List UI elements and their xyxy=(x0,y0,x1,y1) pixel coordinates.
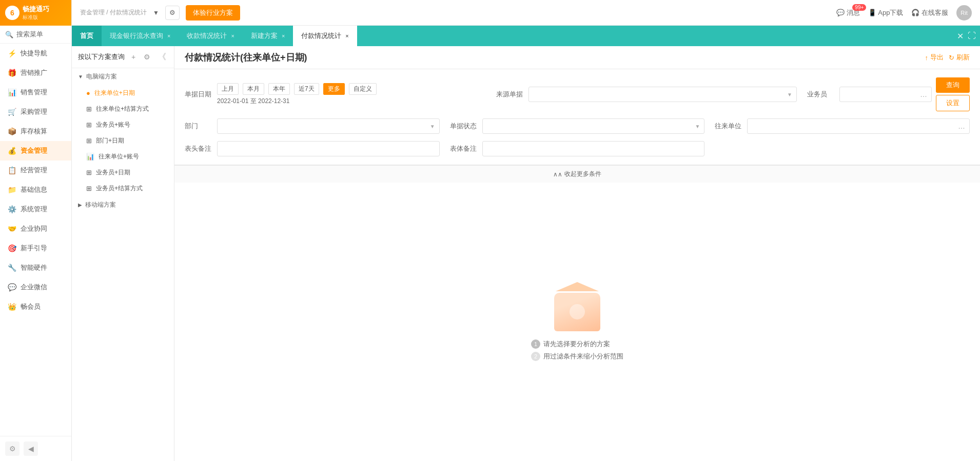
settings-btn[interactable]: ⚙ xyxy=(5,442,19,456)
topbar-dropdown[interactable]: ▼ xyxy=(153,9,159,16)
partner-dots-icon: … xyxy=(958,122,965,130)
doc-status-input[interactable]: ▼ xyxy=(482,118,705,134)
user-avatar[interactable]: Rit xyxy=(956,5,972,21)
tab-receipt-close[interactable]: × xyxy=(231,33,234,39)
body-note-input[interactable] xyxy=(482,141,705,156)
logo-icon: 6 xyxy=(5,6,19,20)
tab-new-scheme-close[interactable]: × xyxy=(282,33,285,39)
message-badge[interactable]: 💬 消息 99+ xyxy=(836,8,860,17)
scheme-item-unit-account[interactable]: 📊 往来单位+账号 xyxy=(72,149,174,165)
scheme-item-staff-date[interactable]: ⊞ 业务员+日期 xyxy=(72,165,174,181)
query-btn[interactable]: 查询 xyxy=(936,77,970,93)
step2-icon: 2 xyxy=(531,352,540,361)
tab-new-scheme[interactable]: 新建方案 × xyxy=(243,26,293,46)
source-input[interactable]: ▼ xyxy=(528,87,797,102)
tab-bank[interactable]: 现金银行流水查询 × xyxy=(102,26,179,46)
sidebar-item-label: 新手引导 xyxy=(21,244,47,253)
scheme-item-unit-settle[interactable]: ⊞ 往来单位+结算方式 xyxy=(72,101,174,117)
online-service[interactable]: 🎧 在线客服 xyxy=(911,8,948,17)
scheme-setting-btn[interactable]: ⚙ xyxy=(141,51,152,63)
dept-input[interactable]: ▼ xyxy=(217,118,440,134)
collapse-filter-btn[interactable]: ∧∧ 收起更多条件 xyxy=(174,165,980,183)
doc-status-filter: 单据状态 ▼ xyxy=(450,118,705,134)
scheme-item-staff-account[interactable]: ⊞ 业务员+账号 xyxy=(72,117,174,133)
pc-group-title[interactable]: ▼ 电脑端方案 xyxy=(72,68,174,85)
header-note-input[interactable] xyxy=(217,141,440,156)
expand-icon[interactable]: ⛶ xyxy=(968,31,976,41)
staff-input[interactable]: … xyxy=(839,87,932,102)
tab-home[interactable]: 首页 xyxy=(72,26,102,46)
main-area: 资金管理 / 付款情况统计 ▼ ⚙ 体验行业方案 💬 消息 99+ 📱 App下… xyxy=(72,0,980,461)
page-content: 按以下方案查询 + ⚙ 《 ▼ 电脑端方案 ● 往来单位+日期 xyxy=(72,46,980,461)
search-label: 搜索菜单 xyxy=(16,30,43,39)
sidebar-item-label: 库存核算 xyxy=(21,127,47,136)
tab-payment-stats-close[interactable]: × xyxy=(345,33,348,39)
refresh-btn[interactable]: ↻ 刷新 xyxy=(949,53,970,62)
scheme-list: ● 往来单位+日期 ⊞ 往来单位+结算方式 ⊞ 业务员+账号 ⊞ 部门+日期 xyxy=(72,85,174,196)
quick-nav-icon: ⚡ xyxy=(7,49,16,58)
sidebar: 6 畅捷通巧 标准版 🔍 搜索菜单 ⚡ 快捷导航 🎁 营销推广 📊 销售管理 🛒… xyxy=(0,0,72,461)
export-icon: ↑ xyxy=(925,54,929,62)
page-title: 付款情况统计(往来单位+日期) xyxy=(185,51,307,64)
mobile-group-title[interactable]: ▶ 移动端方案 xyxy=(72,196,174,213)
empty-illustration xyxy=(546,280,608,331)
date-tag-last-month[interactable]: 上月 xyxy=(217,83,239,95)
scheme-item-unit-date[interactable]: ● 往来单位+日期 xyxy=(72,85,174,101)
trial-btn[interactable]: 体验行业方案 xyxy=(186,5,240,21)
scheme-icon-unit-date: ● xyxy=(86,89,90,97)
sidebar-nav: ⚡ 快捷导航 🎁 营销推广 📊 销售管理 🛒 采购管理 📦 库存核算 💰 资金管… xyxy=(0,44,71,436)
sidebar-item-hardware[interactable]: 🔧 智能硬件 xyxy=(0,258,71,277)
scheme-collapse-btn[interactable]: 《 xyxy=(156,51,168,63)
date-tag-this-year[interactable]: 本年 xyxy=(268,83,290,95)
tab-bank-close[interactable]: × xyxy=(167,33,170,39)
scheme-item-dept-date[interactable]: ⊞ 部门+日期 xyxy=(72,133,174,149)
date-tag-7days[interactable]: 近7天 xyxy=(294,83,319,95)
sidebar-item-marketing[interactable]: 🎁 营销推广 xyxy=(0,63,71,83)
scheme-header-label: 按以下方案查询 xyxy=(78,52,125,62)
box-icon xyxy=(554,293,600,331)
finance-icon: 💰 xyxy=(7,146,16,155)
empty-state: 1 请先选择要分析的方案 2 用过滤条件来缩小分析范围 xyxy=(531,280,623,364)
scheme-icon-staff-date: ⊞ xyxy=(86,169,92,176)
mobile-scheme-group: ▶ 移动端方案 xyxy=(72,196,174,213)
app-download[interactable]: 📱 App下载 xyxy=(868,8,903,17)
date-tag-custom[interactable]: 自定义 xyxy=(349,83,377,95)
partner-input[interactable]: … xyxy=(747,118,970,134)
sidebar-search[interactable]: 🔍 搜索菜单 xyxy=(0,26,71,44)
date-range: 2022-01-01 至 2022-12-31 xyxy=(217,97,289,105)
date-label: 单据日期 xyxy=(185,90,213,99)
sidebar-item-enterprise[interactable]: 🤝 企业协同 xyxy=(0,219,71,238)
add-scheme-btn[interactable]: + xyxy=(128,51,139,63)
sidebar-item-guide[interactable]: 🎯 新手引导 xyxy=(0,238,71,258)
header-note-label: 表头备注 xyxy=(185,144,213,153)
setting-btn[interactable]: 设置 xyxy=(936,95,970,111)
sidebar-item-finance[interactable]: 💰 资金管理 xyxy=(0,141,71,161)
sidebar-item-operations[interactable]: 📋 经营管理 xyxy=(0,161,71,180)
tab-payment-stats[interactable]: 付款情况统计 × xyxy=(293,26,357,46)
operations-icon: 📋 xyxy=(7,166,16,175)
scheme-label: 往来单位+结算方式 xyxy=(96,105,149,113)
empty-step2: 2 用过滤条件来缩小分析范围 xyxy=(531,352,623,361)
sidebar-footer: ⚙ ◀ xyxy=(0,436,71,461)
message-icon: 💬 xyxy=(836,9,845,16)
sidebar-item-basic[interactable]: 📁 基础信息 xyxy=(0,180,71,199)
sidebar-item-purchase[interactable]: 🛒 采购管理 xyxy=(0,102,71,122)
export-btn[interactable]: ↑ 导出 xyxy=(925,53,944,62)
scheme-item-staff-settle[interactable]: ⊞ 业务员+结算方式 xyxy=(72,181,174,196)
topbar-gear-btn[interactable]: ⚙ xyxy=(165,6,180,20)
sidebar-item-quick-nav[interactable]: ⚡ 快捷导航 xyxy=(0,44,71,63)
tab-bank-label: 现金银行流水查询 xyxy=(110,31,163,41)
collapse-sidebar-btn[interactable]: ◀ xyxy=(24,442,38,456)
sidebar-item-member[interactable]: 👑 畅会员 xyxy=(0,297,71,316)
sidebar-item-inventory[interactable]: 📦 库存核算 xyxy=(0,122,71,141)
tab-payment-stats-label: 付款情况统计 xyxy=(301,31,341,41)
scheme-icon-staff-account: ⊞ xyxy=(86,121,92,129)
tab-receipt[interactable]: 收款情况统计 × xyxy=(179,26,242,46)
date-tags: 上月 本月 本年 近7天 更多 自定义 xyxy=(217,83,486,95)
sidebar-item-sales[interactable]: 📊 销售管理 xyxy=(0,83,71,102)
date-tag-this-month[interactable]: 本月 xyxy=(243,83,264,95)
sidebar-item-wechat[interactable]: 💬 企业微信 xyxy=(0,277,71,297)
sidebar-item-system[interactable]: ⚙️ 系统管理 xyxy=(0,199,71,219)
date-tag-more[interactable]: 更多 xyxy=(323,83,345,95)
close-all-icon[interactable]: ✕ xyxy=(957,31,964,41)
